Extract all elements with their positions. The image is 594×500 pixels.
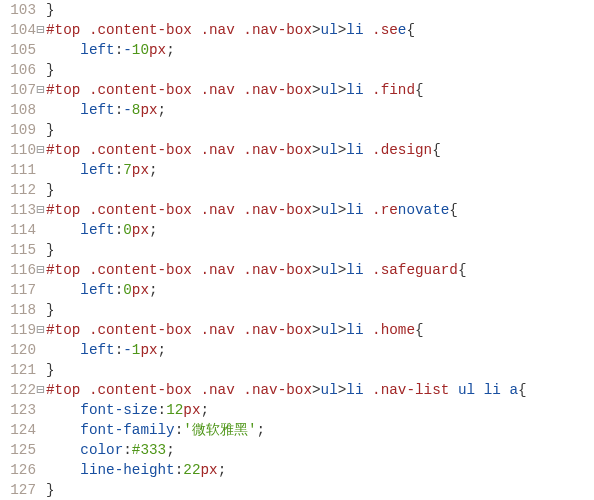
indent [46, 402, 80, 418]
token-colon: : [115, 162, 124, 178]
token-sel-cls: .nav-list [372, 382, 458, 398]
token-sel-tag: ul [321, 262, 338, 278]
token-semi: ; [149, 282, 158, 298]
token-sel-tag: novate [398, 202, 449, 218]
fold-spacer [36, 120, 46, 140]
indent [46, 222, 80, 238]
token-unit: px [183, 402, 200, 418]
fold-spacer [36, 420, 46, 440]
token-sel-cls: .nav [200, 142, 243, 158]
token-sel-cls: .home [372, 322, 415, 338]
code-line[interactable]: line-height:22px; [36, 460, 594, 480]
token-sel-cls: .nav-box [243, 22, 312, 38]
token-brace: { [415, 322, 424, 338]
line-number: 125 [0, 440, 36, 460]
code-line[interactable]: ⊟#top .content-box .nav .nav-box>ul>li .… [36, 260, 594, 280]
token-sel-cls: .se [372, 22, 398, 38]
fold-spacer [36, 220, 46, 240]
code-line[interactable]: } [36, 360, 594, 380]
token-sel-cls: .nav [200, 202, 243, 218]
code-line[interactable]: left:0px; [36, 220, 594, 240]
fold-toggle-icon[interactable]: ⊟ [36, 320, 46, 340]
token-sel-tag: ul [321, 382, 338, 398]
token-prop: font-size [80, 402, 157, 418]
fold-toggle-icon[interactable]: ⊟ [36, 260, 46, 280]
fold-spacer [36, 160, 46, 180]
code-line[interactable]: left:-8px; [36, 100, 594, 120]
token-prop: color [80, 442, 123, 458]
token-brace: } [46, 122, 55, 138]
line-number: 115 [0, 240, 36, 260]
fold-spacer [36, 0, 46, 20]
code-line[interactable]: left:-10px; [36, 40, 594, 60]
token-semi: ; [149, 222, 158, 238]
fold-spacer [36, 440, 46, 460]
fold-spacer [36, 60, 46, 80]
token-brace: { [432, 142, 441, 158]
token-semi: ; [158, 102, 167, 118]
fold-toggle-icon[interactable]: ⊟ [36, 80, 46, 100]
code-line[interactable]: left:7px; [36, 160, 594, 180]
token-semi: ; [158, 342, 167, 358]
fold-toggle-icon[interactable]: ⊟ [36, 20, 46, 40]
fold-spacer [36, 400, 46, 420]
token-num: 0 [123, 282, 132, 298]
token-colon: : [115, 222, 124, 238]
line-number-gutter: 1031041051061071081091101111121131141151… [0, 0, 36, 500]
code-area[interactable]: }⊟#top .content-box .nav .nav-box>ul>li … [36, 0, 594, 500]
code-line[interactable]: ⊟#top .content-box .nav .nav-box>ul>li .… [36, 80, 594, 100]
code-line[interactable]: font-family:'微软雅黑'; [36, 420, 594, 440]
code-line[interactable]: } [36, 60, 594, 80]
token-unit: px [140, 102, 157, 118]
code-line[interactable]: left:0px; [36, 280, 594, 300]
token-prop: left [80, 222, 114, 238]
token-sel-id: #top [46, 22, 89, 38]
code-line[interactable]: } [36, 300, 594, 320]
fold-spacer [36, 360, 46, 380]
fold-spacer [36, 180, 46, 200]
line-number: 109 [0, 120, 36, 140]
fold-toggle-icon[interactable]: ⊟ [36, 140, 46, 160]
line-number: 116 [0, 260, 36, 280]
code-line[interactable]: font-size:12px; [36, 400, 594, 420]
token-sel-cls: .content-box [89, 262, 201, 278]
token-semi: ; [218, 462, 227, 478]
code-line[interactable]: left:-1px; [36, 340, 594, 360]
token-brace: } [46, 482, 55, 498]
code-line[interactable]: ⊟#top .content-box .nav .nav-box>ul>li .… [36, 140, 594, 160]
code-line[interactable]: ⊟#top .content-box .nav .nav-box>ul>li .… [36, 380, 594, 400]
token-sel-tag: li [346, 322, 372, 338]
token-sel-id: #top [46, 382, 89, 398]
token-unit: px [132, 162, 149, 178]
fold-toggle-icon[interactable]: ⊟ [36, 380, 46, 400]
fold-toggle-icon[interactable]: ⊟ [36, 200, 46, 220]
code-line[interactable]: } [36, 240, 594, 260]
token-prop: left [80, 282, 114, 298]
token-prop: line-height [80, 462, 174, 478]
token-sel-cls: .find [372, 82, 415, 98]
indent [46, 162, 80, 178]
code-line[interactable]: } [36, 480, 594, 500]
fold-spacer [36, 300, 46, 320]
indent [46, 102, 80, 118]
indent [46, 42, 80, 58]
token-unit: px [149, 42, 166, 58]
code-line[interactable]: ⊟#top .content-box .nav .nav-box>ul>li .… [36, 20, 594, 40]
code-line[interactable]: } [36, 120, 594, 140]
token-sel-cls: .nav-box [243, 82, 312, 98]
code-line[interactable]: } [36, 180, 594, 200]
token-colon: : [175, 422, 184, 438]
code-line[interactable]: ⊟#top .content-box .nav .nav-box>ul>li .… [36, 320, 594, 340]
token-prop: left [80, 42, 114, 58]
code-editor[interactable]: 1031041051061071081091101111121131141151… [0, 0, 594, 500]
code-line[interactable]: ⊟#top .content-box .nav .nav-box>ul>li .… [36, 200, 594, 220]
token-sel-tag: ul li a [458, 382, 518, 398]
code-line[interactable]: color:#333; [36, 440, 594, 460]
token-sel-cls: .nav-box [243, 382, 312, 398]
token-sel-cls: .nav-box [243, 262, 312, 278]
token-brace: } [46, 62, 55, 78]
token-sel-id: #top [46, 142, 89, 158]
token-unit: px [200, 462, 217, 478]
code-line[interactable]: } [36, 0, 594, 20]
line-number: 119 [0, 320, 36, 340]
